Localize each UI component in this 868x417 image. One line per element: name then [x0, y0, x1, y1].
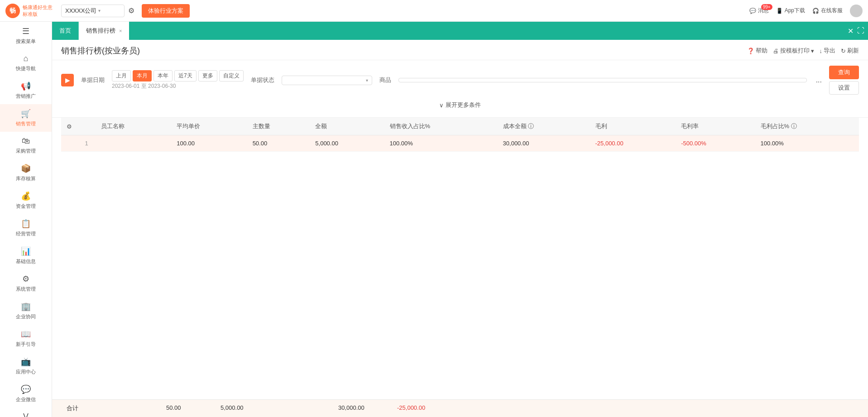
- date-btn-last-month[interactable]: 上月: [112, 70, 131, 81]
- tab-close-icon[interactable]: ×: [119, 28, 122, 34]
- date-label: 单据日期: [81, 76, 105, 84]
- table-area: ⚙ 员工名称 平均单价 主数量 全额 销售收入占比% 成本全额 ⓘ 毛利 毛: [52, 118, 868, 399]
- export-btn[interactable]: ↓ 导出: [820, 47, 836, 55]
- online-support-btn[interactable]: 🎧 在线客服: [812, 7, 843, 14]
- page-header: 销售排行榜(按业务员) ❓ 帮助 🖨 按模板打印 ▾ ↓: [52, 40, 868, 60]
- experience-btn[interactable]: 体验行业方案: [142, 4, 190, 18]
- col-rank: [77, 118, 96, 135]
- page-header-actions: ❓ 帮助 🖨 按模板打印 ▾ ↓ 导出 ↻: [747, 47, 859, 55]
- tab-home[interactable]: 首页: [52, 22, 79, 40]
- footer-gross: -25,000.00: [397, 404, 456, 412]
- sidebar: ☰ 搜索菜单 ⌂ 快捷导航 📢 营销推广 🛒 销售管理 🛍 采购管理 📦 库存核…: [0, 22, 52, 417]
- row-rank: 1: [77, 135, 96, 152]
- app-download-btn[interactable]: 📱 App下载: [776, 7, 805, 14]
- date-btn-this-year[interactable]: 本年: [153, 70, 173, 81]
- row-gross-rate: -500.00%: [676, 135, 755, 152]
- sidebar-item-app-center[interactable]: 📺 应用中心: [0, 352, 52, 380]
- member-icon: V: [23, 412, 29, 417]
- table-footer: 合计 50.00 5,000.00 30,000.00 -25,000.00: [52, 399, 868, 417]
- sidebar-item-enterprise-wechat[interactable]: 💬 企业微信: [0, 380, 52, 407]
- col-avg-price: 平均单价: [171, 118, 247, 135]
- sidebar-item-inventory[interactable]: 📦 库存核算: [0, 159, 52, 187]
- goods-label: 商品: [379, 76, 391, 84]
- logo: 畅 畅康通好生意 标准版: [5, 4, 58, 18]
- more-dots-btn[interactable]: ...: [816, 76, 822, 84]
- status-select[interactable]: ▾: [282, 76, 372, 85]
- logo-icon: 畅: [5, 4, 20, 18]
- logo-text: 畅康通好生意 标准版: [23, 4, 53, 17]
- row-gross: -25,000.00: [590, 135, 676, 152]
- message-btn[interactable]: 💬 消息 99+: [749, 7, 769, 14]
- col-gross-rate: 毛利率: [676, 118, 755, 135]
- print-btn[interactable]: 🖨 按模板打印 ▾: [773, 47, 814, 55]
- settings-btn[interactable]: 设置: [829, 81, 859, 95]
- topbar-settings-icon[interactable]: ⚙: [128, 6, 134, 15]
- sidebar-item-basic-info[interactable]: 📊 基础信息: [0, 242, 52, 269]
- row-sales-pct: 100.00%: [384, 135, 498, 152]
- message-badge: 99+: [761, 4, 772, 10]
- row-settings-cell: [61, 135, 77, 152]
- content-area: 首页 销售排行榜 × ✕ ⛶ 销售排行榜(按业务员) ❓: [52, 22, 868, 417]
- row-employee: [96, 135, 171, 152]
- sidebar-item-marketing[interactable]: 📢 营销推广: [0, 77, 52, 104]
- row-avg-price: 100.00: [171, 135, 247, 152]
- row-amount: 5,000.00: [310, 135, 384, 152]
- sidebar-item-operations[interactable]: 📋 经营管理: [0, 214, 52, 242]
- topbar: 畅 畅康通好生意 标准版 XXXXX公司 ▾ ⚙ 体验行业方案 💬 消息 99+…: [0, 0, 868, 22]
- tab-sales-ranking[interactable]: 销售排行榜 ×: [79, 22, 129, 40]
- query-btn[interactable]: 查询: [829, 66, 859, 79]
- footer-amount: 5,000.00: [221, 404, 284, 412]
- basic-info-icon: 📊: [21, 246, 31, 256]
- finance-icon: 💰: [21, 191, 31, 201]
- filter-toggle-btn[interactable]: ▶: [61, 74, 74, 86]
- col-gross: 毛利: [590, 118, 676, 135]
- sidebar-item-search-order[interactable]: ☰ 搜索菜单: [0, 22, 52, 49]
- tab-window-close-icon[interactable]: ✕: [848, 27, 854, 35]
- chevron-down-icon: ▾: [98, 8, 101, 13]
- print-icon: 🖨: [773, 48, 779, 54]
- tab-right-controls: ✕ ⛶: [848, 27, 868, 35]
- date-btn-7days[interactable]: 近7天: [174, 70, 197, 81]
- col-amount: 全额: [310, 118, 384, 135]
- help-btn[interactable]: ❓ 帮助: [747, 47, 767, 55]
- expand-icon: ∨: [439, 102, 444, 109]
- date-btn-more[interactable]: 更多: [198, 70, 217, 81]
- sidebar-item-finance[interactable]: 💰 资金管理: [0, 187, 52, 214]
- row-gross-pct: 100.00%: [755, 135, 859, 152]
- avatar[interactable]: [850, 5, 863, 17]
- action-btns: 查询 设置: [829, 66, 859, 95]
- home-icon: ⌂: [24, 54, 29, 63]
- expand-conditions-btn[interactable]: ∨ 展开更多条件: [436, 98, 484, 112]
- sidebar-item-quick-nav[interactable]: ⌂ 快捷导航: [0, 49, 52, 77]
- sidebar-item-purchase-mgmt[interactable]: 🛍 采购管理: [0, 132, 52, 159]
- topbar-right: 💬 消息 99+ 📱 App下载 🎧 在线客服: [749, 5, 863, 17]
- sidebar-item-enterprise-collab[interactable]: 🏢 企业协同: [0, 297, 52, 325]
- filter-expand-row: ∨ 展开更多条件: [61, 98, 859, 112]
- page-content: 销售排行榜(按业务员) ❓ 帮助 🖨 按模板打印 ▾ ↓: [52, 40, 868, 417]
- refresh-btn[interactable]: ↻ 刷新: [841, 47, 859, 55]
- table-header-row: ⚙ 员工名称 平均单价 主数量 全额 销售收入占比% 成本全额 ⓘ 毛利 毛: [61, 118, 859, 135]
- col-gross-pct: 毛利占比% ⓘ: [755, 118, 859, 135]
- date-btn-custom[interactable]: 自定义: [219, 70, 244, 81]
- company-selector[interactable]: XXXXX公司 ▾: [61, 5, 125, 17]
- sidebar-item-system-mgmt[interactable]: ⚙ 系统管理: [0, 269, 52, 297]
- footer-main-qty: 50.00: [166, 404, 221, 412]
- print-chevron-icon: ▾: [811, 48, 814, 54]
- sidebar-item-member[interactable]: V 畅会员: [0, 407, 52, 417]
- footer-sales-pct-spacer: [284, 404, 338, 412]
- sidebar-item-beginner-guide[interactable]: 📖 新手引导: [0, 325, 52, 352]
- tab-maximize-icon[interactable]: ⛶: [857, 27, 864, 35]
- col-settings[interactable]: ⚙: [61, 118, 77, 135]
- sidebar-item-sales-mgmt[interactable]: 🛒 销售管理: [0, 104, 52, 132]
- operations-icon: 📋: [21, 219, 31, 229]
- footer-label: 合计: [67, 404, 166, 412]
- refresh-icon: ↻: [841, 48, 846, 54]
- date-btn-this-month[interactable]: 本月: [133, 70, 152, 81]
- filter-row: ▶ 单据日期 上月 本月 本年 近7天 更多 自定义: [61, 66, 859, 95]
- column-settings-icon[interactable]: ⚙: [67, 123, 72, 130]
- col-sales-pct: 销售收入占比%: [384, 118, 498, 135]
- purchase-icon: 🛍: [22, 136, 30, 146]
- goods-filter[interactable]: [398, 78, 807, 82]
- message-icon: 💬: [749, 8, 756, 14]
- date-range-display: 2023-06-01 至 2023-06-30: [112, 82, 244, 90]
